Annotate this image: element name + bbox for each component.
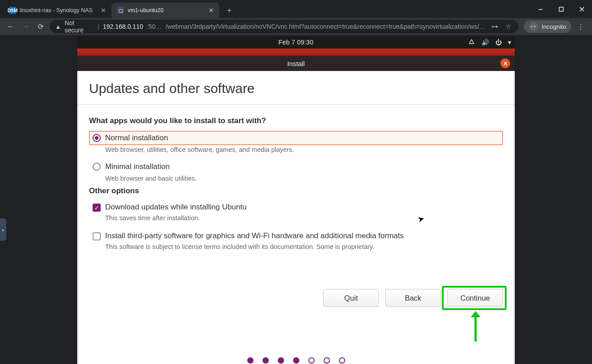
gnome-system-menu[interactable]: 🔊 ⏻ ▾ [468, 36, 511, 49]
installer-body: Updates and other software What apps wou… [77, 71, 515, 364]
radio-normal-install[interactable]: Normal installation [89, 131, 503, 145]
checkbox-thirdparty[interactable]: Install third-party software for graphic… [89, 230, 503, 242]
quit-button-label: Quit [344, 294, 358, 302]
url-host: 192.168.0.110 [103, 23, 143, 30]
tab-synology[interactable]: DSM linuxhint-nas - Synology NAS ✕ [4, 3, 111, 18]
radio-minimal-desc: Web browser and basic utilities. [105, 175, 503, 182]
continue-button[interactable]: Continue [447, 289, 503, 307]
site-security-label: Not secure [65, 19, 94, 34]
nav-reload-button[interactable]: ⟳ [35, 20, 47, 33]
omnibox[interactable]: ▲ Not secure | 192.168.0.110:5000/webman… [50, 20, 518, 33]
question-other: Other options [89, 186, 503, 195]
progress-dot [308, 357, 315, 364]
radio-label: Normal installation [105, 133, 168, 142]
network-icon [468, 39, 475, 46]
svg-point-4 [471, 43, 472, 44]
progress-dot [324, 357, 330, 364]
progress-dot [293, 357, 299, 364]
power-icon: ⏻ [495, 39, 502, 46]
radio-normal-desc: Web browser, utilities, office software,… [105, 146, 503, 153]
incognito-icon: 👓 [529, 22, 538, 31]
window-controls [530, 0, 592, 18]
progress-dot [263, 357, 269, 364]
close-tab-icon[interactable]: ✕ [101, 7, 106, 14]
chevron-down-icon: ▾ [508, 39, 511, 46]
progress-dot [339, 357, 345, 364]
favicon-vnc-icon: ▢ [117, 7, 124, 14]
title-separator [77, 104, 515, 105]
tab-title: linuxhint-nas - Synology NAS [20, 7, 97, 13]
svg-rect-1 [559, 7, 563, 11]
browser-menu-button[interactable]: ⋮ [574, 22, 588, 31]
radio-minimal-install[interactable]: Minimal installation [89, 160, 503, 174]
checkbox-icon: ✓ [93, 204, 101, 212]
password-key-icon[interactable]: ⊶ [490, 22, 500, 31]
gnome-top-bar: Feb 7 09:30 🔊 ⏻ ▾ [77, 36, 515, 49]
installer-close-button[interactable]: ✕ [500, 58, 510, 68]
incognito-label: Incognito [542, 23, 566, 30]
quit-button[interactable]: Quit [323, 289, 379, 307]
radio-icon [93, 134, 101, 142]
close-tab-icon[interactable]: ✕ [209, 7, 214, 14]
annotation-arrow-icon [469, 311, 482, 342]
url-path: /webman/3rdparty/Virtualization/noVNC/vn… [165, 23, 485, 30]
tab-vm1-ubuntu20[interactable]: ▢ vm1-ubuntu20 ✕ [111, 3, 219, 18]
checkbox-label: Install third-party software for graphic… [105, 231, 404, 240]
favicon-dsm-icon: DSM [9, 7, 16, 14]
radio-label: Minimal installation [105, 162, 170, 171]
svg-marker-6 [471, 311, 481, 317]
question-apps: What apps would you like to install to s… [89, 116, 503, 125]
page-title: Updates and other software [89, 81, 503, 96]
window-minimize-button[interactable] [530, 2, 551, 16]
url-port: :5000 [147, 23, 162, 30]
progress-dot [278, 357, 284, 364]
incognito-badge[interactable]: 👓 Incognito [524, 20, 572, 33]
back-button[interactable]: Back [385, 289, 441, 307]
installer-titlebar: Install ✕ [77, 56, 515, 71]
tabstrip: DSM linuxhint-nas - Synology NAS ✕ ▢ vm1… [0, 0, 592, 18]
nav-back-button[interactable]: ← [4, 20, 17, 33]
vm-screen: Feb 7 09:30 🔊 ⏻ ▾ Install ✕ Updates and … [77, 36, 515, 364]
installer-buttons: Quit Back Continue [323, 289, 503, 307]
checkbox-thirdparty-desc: This software is subject to license term… [105, 243, 503, 250]
browser-toolbar: ← → ⟳ ▲ Not secure | 192.168.0.110:5000/… [0, 18, 592, 35]
window-maximize-button[interactable] [551, 2, 571, 16]
checkbox-label: Download updates while installing Ubuntu [105, 203, 247, 212]
nav-forward-button[interactable]: → [20, 20, 32, 33]
volume-icon: 🔊 [481, 39, 489, 46]
viewport: ▸ Feb 7 09:30 🔊 ⏻ ▾ Install ✕ Updates an… [0, 35, 592, 364]
back-button-label: Back [405, 294, 422, 302]
progress-dots [247, 357, 345, 364]
new-tab-button[interactable]: ＋ [223, 4, 236, 17]
checkbox-download-updates-desc: This saves time after installation. [105, 214, 503, 222]
bookmark-star-icon[interactable]: ☆ [503, 22, 513, 31]
checkbox-download-updates[interactable]: ✓ Download updates while installing Ubun… [89, 201, 503, 213]
installer-window-title: Install [287, 60, 305, 67]
radio-icon [93, 163, 101, 171]
continue-button-label: Continue [460, 294, 490, 302]
omnibox-separator: | [98, 23, 99, 30]
checkbox-icon [93, 232, 101, 240]
site-security-icon[interactable]: ▲ [55, 23, 61, 30]
window-close-button[interactable] [571, 2, 592, 16]
gnome-clock[interactable]: Feb 7 09:30 [278, 39, 313, 46]
tab-title: vm1-ubuntu20 [128, 7, 205, 13]
desktop-wallpaper-stripe [77, 49, 515, 56]
novnc-panel-handle[interactable]: ▸ [0, 218, 6, 241]
progress-dot [247, 357, 254, 364]
